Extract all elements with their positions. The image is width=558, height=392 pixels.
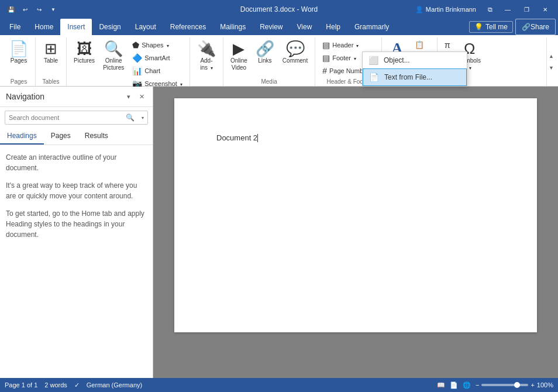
- search-box[interactable]: 🔍 ▾: [5, 111, 148, 125]
- share-icon: 🔗: [522, 23, 531, 31]
- addins-button[interactable]: 🔌 Add-ins ▾: [194, 39, 219, 74]
- online-video-button[interactable]: ▶ OnlineVideo: [227, 39, 251, 74]
- ribbon-group-tables: ⊞ Table Tables: [36, 37, 67, 86]
- page-number-icon: #: [322, 66, 327, 75]
- pages-button[interactable]: 📄 Pages: [6, 39, 32, 67]
- links-icon: 🔗: [256, 41, 274, 56]
- ribbon-scroll[interactable]: ▲ ▼: [546, 37, 556, 86]
- user-profile[interactable]: 👤 Martin Brinkmann: [411, 4, 481, 16]
- zoom-slider[interactable]: [481, 384, 528, 386]
- table-icon: ⊞: [44, 41, 57, 56]
- shapes-button[interactable]: ⬟ Shapes ▾: [129, 39, 186, 51]
- smartart-icon: 🔷: [132, 53, 142, 63]
- ribbon-group-media: ▶ OnlineVideo 🔗 Links 💬 Comment Media: [223, 37, 315, 86]
- document-page[interactable]: Document 2: [174, 98, 537, 332]
- pictures-button[interactable]: 🖼 Pictures: [70, 39, 98, 67]
- ribbon-scroll-up[interactable]: ▲: [547, 50, 556, 62]
- document-content[interactable]: Document 2: [216, 133, 495, 142]
- profile-icon: 👤: [415, 6, 423, 13]
- search-input[interactable]: [5, 112, 122, 123]
- tab-view[interactable]: View: [290, 19, 319, 35]
- nav-tabs: Headings Pages Results: [0, 128, 153, 145]
- search-dropdown-button[interactable]: ▾: [138, 113, 147, 123]
- nav-close-button[interactable]: ✕: [136, 91, 147, 102]
- tab-references[interactable]: References: [163, 19, 213, 35]
- ribbon-group-illustrations: 🖼 Pictures 🔍 OnlinePictures ⬟ Shapes ▾ 🔷…: [67, 37, 190, 86]
- print-layout-button[interactable]: 📄: [450, 381, 458, 389]
- header-icon: ▤: [322, 40, 330, 50]
- tab-file[interactable]: File: [2, 19, 27, 35]
- close-button[interactable]: ✕: [537, 1, 553, 18]
- zoom-level[interactable]: 100%: [537, 381, 553, 388]
- document-area[interactable]: Document 2: [153, 87, 558, 378]
- header-button[interactable]: ▤ Header ▾: [319, 39, 378, 51]
- dropdown-item-object[interactable]: ⬜ Object...: [363, 52, 467, 68]
- comment-button[interactable]: 💬 Comment: [279, 39, 311, 67]
- chart-icon: 📊: [132, 66, 142, 75]
- nav-content-line1: Create an interactive outline of your do…: [6, 152, 147, 173]
- tab-home[interactable]: Home: [27, 19, 60, 35]
- search-button[interactable]: 🔍: [122, 111, 138, 124]
- online-pictures-icon: 🔍: [104, 41, 123, 56]
- equation-button[interactable]: π: [441, 39, 454, 51]
- online-pictures-button[interactable]: 🔍 OnlinePictures: [99, 39, 128, 74]
- zoom-out-button[interactable]: −: [476, 381, 479, 388]
- addins-icon: 🔌: [197, 41, 216, 56]
- equation-icon: π: [445, 40, 450, 50]
- read-mode-button[interactable]: 📖: [437, 381, 445, 389]
- status-bar: Page 1 of 1 2 words ✓ German (Germany) 📖…: [0, 378, 558, 392]
- restore-button[interactable]: ⧉: [483, 4, 497, 16]
- zoom-thumb[interactable]: [514, 382, 520, 388]
- dropdown-item-text-from-file[interactable]: 📄 Text from File...: [363, 68, 467, 86]
- table-button[interactable]: ⊞ Table: [39, 39, 63, 67]
- text-cursor: [257, 134, 258, 142]
- redo-icon[interactable]: ↪: [33, 3, 46, 16]
- maximize-button[interactable]: ❐: [518, 1, 535, 18]
- pages-icon: 📄: [9, 41, 28, 56]
- tab-help[interactable]: Help: [319, 19, 347, 35]
- nav-panel-title: Navigation: [6, 92, 44, 101]
- footer-icon: ▤: [322, 53, 330, 63]
- title-bar: 💾 ↩ ↪ ▼ Document 3.docx - Word 👤 Martin …: [0, 0, 558, 19]
- tab-review[interactable]: Review: [253, 19, 290, 35]
- nav-tab-results[interactable]: Results: [78, 128, 115, 145]
- tab-grammarly[interactable]: Grammarly: [347, 19, 396, 35]
- customize-qat-icon[interactable]: ▼: [47, 3, 60, 16]
- nav-panel-header: Navigation ▾ ✕: [0, 87, 153, 107]
- pictures-icon: 🖼: [77, 41, 92, 56]
- ribbon-tabs: File Home Insert Design Layout Reference…: [0, 19, 558, 35]
- smartart-button[interactable]: 🔷 SmartArt: [129, 51, 186, 64]
- tab-insert[interactable]: Insert: [60, 19, 92, 35]
- object-menu-icon: ⬜: [368, 56, 379, 65]
- zoom-in-button[interactable]: +: [531, 381, 534, 388]
- title-bar-right: 👤 Martin Brinkmann ⧉ — ❐ ✕: [411, 1, 553, 18]
- chart-button[interactable]: 📊 Chart: [129, 64, 186, 77]
- nav-tab-headings[interactable]: Headings: [0, 128, 44, 145]
- ribbon-right-actions: 💡 Tell me 🔗 Share: [469, 19, 556, 35]
- share-button[interactable]: 🔗 Share: [515, 19, 556, 35]
- web-layout-button[interactable]: 🌐: [463, 381, 471, 389]
- tab-layout[interactable]: Layout: [128, 19, 163, 35]
- tab-design[interactable]: Design: [92, 19, 128, 35]
- nav-content: Create an interactive outline of your do…: [0, 145, 153, 254]
- links-button[interactable]: 🔗 Links: [252, 39, 278, 67]
- minimize-button[interactable]: —: [500, 1, 516, 18]
- tell-me-box[interactable]: 💡 Tell me: [469, 21, 513, 33]
- quick-access-toolbar: 💾 ↩ ↪ ▼: [5, 3, 60, 16]
- nav-tab-pages[interactable]: Pages: [44, 128, 78, 145]
- undo-icon[interactable]: ↩: [19, 3, 32, 16]
- text-box-dropdown: ⬜ Object... 📄 Text from File...: [362, 51, 467, 87]
- text-from-file-icon: 📄: [369, 73, 380, 82]
- track-changes-icon[interactable]: ✓: [74, 381, 80, 389]
- language-indicator[interactable]: German (Germany): [87, 381, 142, 388]
- word-count[interactable]: 2 words: [44, 381, 67, 388]
- page-status: Page 1 of 1: [5, 381, 37, 388]
- quick-parts-button[interactable]: 📋: [411, 39, 433, 51]
- save-icon[interactable]: 💾: [5, 3, 18, 16]
- tab-mailings[interactable]: Mailings: [213, 19, 253, 35]
- page-indicator[interactable]: Page 1 of 1: [5, 381, 37, 388]
- nav-collapse-button[interactable]: ▾: [123, 91, 134, 102]
- nav-content-line2: It's a great way to keep track of where …: [6, 180, 147, 201]
- ribbon: 📄 Pages Pages ⊞ Table Tables 🖼 Pictures …: [0, 35, 558, 87]
- ribbon-scroll-down[interactable]: ▼: [547, 62, 556, 74]
